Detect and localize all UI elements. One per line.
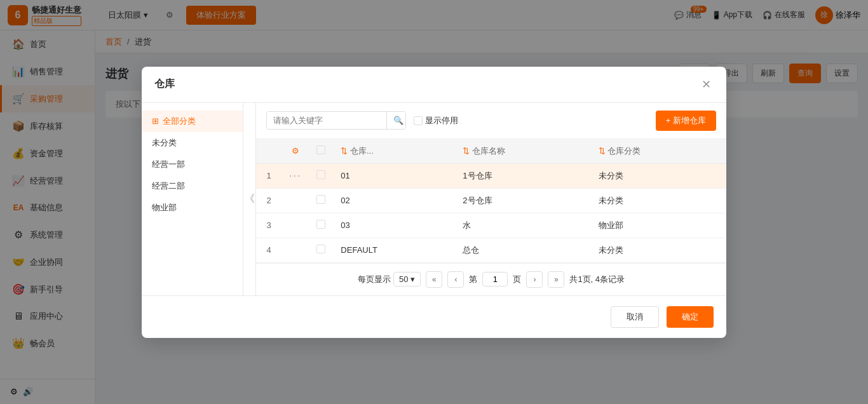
first-page-button[interactable]: «	[426, 271, 442, 288]
row-number: 4	[256, 238, 281, 262]
sort-icon: ⇅	[341, 146, 348, 156]
category-uncategorized[interactable]: 未分类	[142, 132, 243, 154]
next-page-button[interactable]: ›	[526, 271, 543, 288]
row-number: 2	[256, 188, 281, 213]
row-category: 未分类	[591, 188, 726, 213]
row-category: 未分类	[591, 163, 726, 188]
row-number: 3	[256, 213, 281, 238]
confirm-button[interactable]: 确定	[667, 306, 714, 328]
grid-icon: ⊞	[152, 116, 159, 126]
modal-category-sidebar: ⊞ 全部分类 未分类 经营一部 经营二部 物业部	[142, 103, 243, 295]
search-icon[interactable]: 🔍	[386, 112, 406, 129]
search-wrap: 🔍	[266, 111, 406, 130]
last-page-button[interactable]: »	[548, 271, 564, 288]
row-name: 水	[455, 213, 590, 238]
settings-th-icon: ⚙	[292, 146, 299, 156]
cancel-button[interactable]: 取消	[611, 306, 659, 328]
row-code: DEFAULT	[333, 238, 455, 262]
sort-icon-cat: ⇅	[599, 146, 606, 156]
row-checkbox[interactable]	[316, 245, 325, 253]
chevron-left-icon: 《	[245, 192, 255, 206]
modal-close-button[interactable]: ✕	[698, 77, 714, 92]
row-name: 总仓	[455, 238, 590, 262]
show-disabled-checkbox[interactable]	[414, 116, 423, 125]
row-code: 01	[333, 163, 455, 188]
category-property[interactable]: 物业部	[142, 197, 243, 219]
warehouse-modal: 仓库 ✕ ⊞ 全部分类 未分类 经营一部 经营二部	[142, 67, 726, 338]
modal-toolbar-left: 🔍 显示停用	[266, 111, 458, 130]
table-row[interactable]: 4 DEFAULT 总仓 未分类	[256, 238, 726, 262]
sort-icon-name: ⇅	[463, 146, 470, 156]
row-category: 未分类	[591, 238, 726, 262]
modal-main: 🔍 显示停用 + 新增仓库	[256, 103, 726, 295]
settings-col-header: ⚙	[281, 139, 309, 164]
category-col-header: ⇅ 仓库分类	[591, 139, 726, 164]
check-col-header	[309, 139, 333, 164]
search-input[interactable]	[267, 112, 386, 129]
category-all[interactable]: ⊞ 全部分类	[142, 111, 243, 132]
row-code: 02	[333, 188, 455, 213]
sidebar-collapse-button[interactable]: 《	[243, 103, 256, 295]
chevron-down-icon: ▾	[410, 274, 415, 284]
warehouse-table: ⚙ ⇅ 仓库... ⇅	[256, 139, 726, 263]
name-col-header: ⇅ 仓库名称	[455, 139, 590, 164]
row-checkbox[interactable]	[316, 220, 325, 229]
row-code: 03	[333, 213, 455, 238]
row-number: 1	[256, 163, 281, 188]
modal-body: ⊞ 全部分类 未分类 经营一部 经营二部 物业部 《	[142, 103, 726, 295]
add-warehouse-button[interactable]: + 新增仓库	[656, 111, 716, 131]
table-row[interactable]: 1 ··· 01 1号仓库 未分类	[256, 163, 726, 188]
page-size-dropdown[interactable]: 50 ▾	[393, 272, 421, 286]
code-col-header: ⇅ 仓库...	[333, 139, 455, 164]
row-checkbox[interactable]	[316, 170, 325, 179]
table-row[interactable]: 3 03 水 物业部	[256, 213, 726, 238]
num-col-header	[256, 139, 281, 164]
category-ops2[interactable]: 经营二部	[142, 175, 243, 197]
select-all-checkbox[interactable]	[316, 145, 325, 154]
category-ops1[interactable]: 经营一部	[142, 154, 243, 175]
row-category: 物业部	[591, 213, 726, 238]
modal-footer: 取消 确定	[142, 295, 726, 338]
modal-header: 仓库 ✕	[142, 67, 726, 103]
row-name: 2号仓库	[455, 188, 590, 213]
page-size-select: 每页显示 50 ▾	[358, 272, 421, 286]
pagination: 每页显示 50 ▾ « ‹ 第 页 › » 共1页, 4条记录	[256, 263, 726, 295]
prev-page-button[interactable]: ‹	[447, 271, 464, 288]
table-row[interactable]: 2 02 2号仓库 未分类	[256, 188, 726, 213]
row-name: 1号仓库	[455, 163, 590, 188]
row-checkbox[interactable]	[316, 195, 325, 204]
modal-title: 仓库	[154, 77, 175, 91]
show-disabled-label[interactable]: 显示停用	[414, 115, 458, 126]
modal-toolbar: 🔍 显示停用 + 新增仓库	[256, 103, 726, 139]
page-input[interactable]	[482, 272, 508, 286]
row-action-icon[interactable]: ···	[289, 170, 301, 181]
modal-overlay[interactable]: 仓库 ✕ ⊞ 全部分类 未分类 经营一部 经营二部	[0, 0, 868, 404]
